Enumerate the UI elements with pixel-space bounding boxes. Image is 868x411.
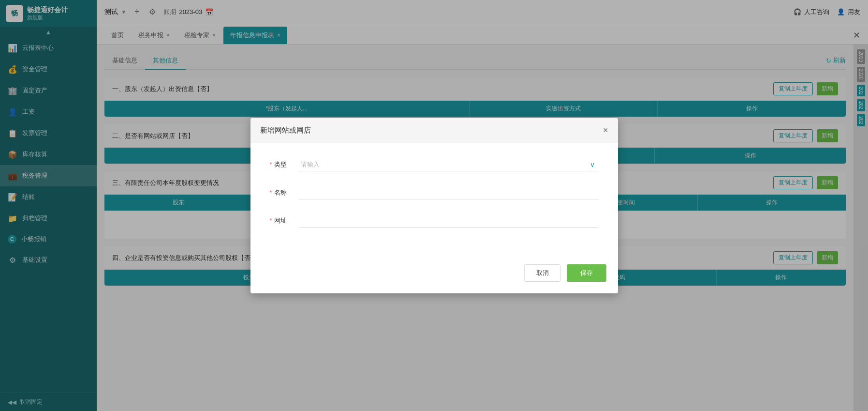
- name-input[interactable]: [299, 186, 599, 199]
- cancel-button[interactable]: 取消: [524, 264, 561, 282]
- type-input[interactable]: [299, 158, 599, 171]
- required-asterisk: *: [270, 217, 272, 224]
- modal-close-button[interactable]: ×: [603, 126, 608, 135]
- modal-body: *类型 ∨ *名称: [250, 143, 618, 257]
- modal-add-website: 新增网站或网店 × *类型 ∨ *名称: [250, 118, 618, 293]
- form-label-type: *类型: [270, 160, 299, 169]
- save-button[interactable]: 保存: [567, 264, 606, 282]
- form-row-name: *名称: [270, 186, 599, 199]
- required-asterisk: *: [270, 189, 272, 196]
- form-control-url: [299, 214, 599, 228]
- modal-title: 新增网站或网店: [260, 126, 311, 135]
- modal-overlay: 新增网站或网店 × *类型 ∨ *名称: [0, 0, 868, 411]
- modal-footer: 取消 保存: [250, 257, 618, 293]
- form-label-name: *名称: [270, 188, 299, 197]
- url-input[interactable]: [299, 214, 599, 228]
- form-control-type: ∨: [299, 158, 599, 171]
- form-row-type: *类型 ∨: [270, 158, 599, 171]
- form-row-url: *网址: [270, 214, 599, 228]
- form-label-url: *网址: [270, 216, 299, 225]
- required-asterisk: *: [270, 161, 272, 168]
- modal-header: 新增网站或网店 ×: [250, 118, 618, 143]
- form-control-name: [299, 186, 599, 199]
